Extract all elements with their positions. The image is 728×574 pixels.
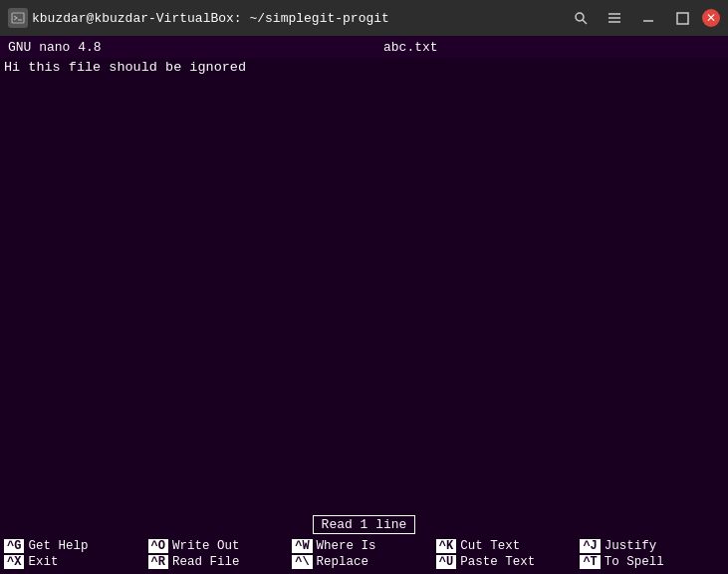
key-replace: ^\ [292, 555, 312, 569]
titlebar-left: kbuzdar@kbuzdar-VirtualBox: ~/simplegit-… [8, 8, 389, 28]
shortcut-row-2: ^X Exit ^R Read File ^\ Replace ^U Paste… [0, 554, 728, 570]
label-to-spell: To Spell [605, 555, 664, 569]
file-text: Hi this file should be ignored [4, 60, 724, 75]
titlebar-title: kbuzdar@kbuzdar-VirtualBox: ~/simplegit-… [32, 11, 389, 26]
key-read-file: ^R [148, 555, 168, 569]
label-write-out: Write Out [172, 539, 240, 553]
titlebar: kbuzdar@kbuzdar-VirtualBox: ~/simplegit-… [0, 0, 728, 36]
shortcut-get-help: ^G Get Help [4, 539, 148, 553]
terminal-window: kbuzdar@kbuzdar-VirtualBox: ~/simplegit-… [0, 0, 728, 574]
label-get-help: Get Help [28, 539, 88, 553]
label-where-is: Where Is [317, 539, 376, 553]
label-justify: Justify [605, 539, 657, 553]
svg-point-2 [576, 13, 584, 21]
close-button[interactable]: ✕ [702, 9, 720, 27]
search-button[interactable] [567, 8, 595, 28]
svg-rect-8 [677, 13, 688, 24]
editor-content[interactable]: Hi this file should be ignored [0, 58, 728, 513]
nano-footer: ^G Get Help ^O Write Out ^W Where Is ^K … [0, 536, 728, 574]
key-get-help: ^G [4, 539, 24, 553]
nano-filename: abc.txt [383, 40, 438, 55]
shortcut-replace: ^\ Replace [292, 555, 436, 569]
svg-line-3 [583, 20, 587, 24]
label-cut-text: Cut Text [460, 539, 520, 553]
shortcut-cut-text: ^K Cut Text [436, 539, 581, 553]
key-paste-text: ^U [436, 555, 456, 569]
nano-status: Read 1 line [0, 513, 728, 536]
shortcut-justify: ^J Justify [580, 539, 724, 553]
key-where-is: ^W [292, 539, 312, 553]
label-replace: Replace [317, 555, 369, 569]
key-write-out: ^O [148, 539, 168, 553]
shortcut-to-spell: ^T To Spell [580, 555, 724, 569]
terminal-icon [8, 8, 28, 28]
nano-version: GNU nano 4.8 [8, 40, 102, 55]
shortcut-paste-text: ^U Paste Text [436, 555, 581, 569]
nano-header: GNU nano 4.8 abc.txt [0, 36, 728, 58]
key-to-spell: ^T [580, 555, 600, 569]
key-justify: ^J [580, 539, 600, 553]
label-paste-text: Paste Text [460, 555, 535, 569]
shortcut-where-is: ^W Where Is [292, 539, 436, 553]
key-cut-text: ^K [436, 539, 456, 553]
maximize-button[interactable] [668, 8, 696, 28]
menu-button[interactable] [601, 8, 628, 28]
status-message: Read 1 line [313, 515, 416, 534]
shortcut-read-file: ^R Read File [148, 555, 293, 569]
shortcut-exit: ^X Exit [4, 555, 148, 569]
titlebar-controls: ✕ [567, 8, 720, 28]
key-exit: ^X [4, 555, 24, 569]
minimize-button[interactable] [634, 8, 662, 28]
shortcut-write-out: ^O Write Out [148, 539, 293, 553]
label-read-file: Read File [172, 555, 240, 569]
shortcut-row-1: ^G Get Help ^O Write Out ^W Where Is ^K … [0, 538, 728, 554]
label-exit: Exit [28, 555, 58, 569]
